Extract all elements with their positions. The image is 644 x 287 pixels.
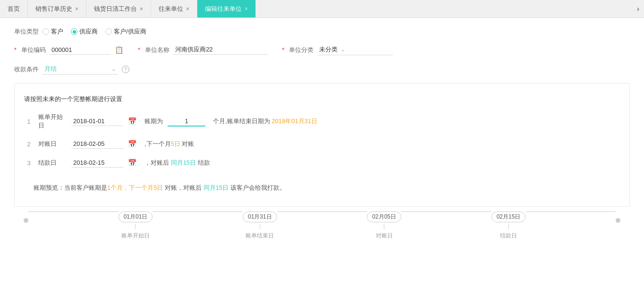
unit-type-row: 单位类型 客户 供应商 客户/供应商	[14, 27, 630, 36]
preview-part4: 同月15日	[203, 184, 229, 191]
period-payment-day: 同月15日	[171, 159, 196, 166]
unit-classify-label: 单位分类	[289, 46, 314, 54]
period-start-date-input[interactable]	[71, 117, 123, 126]
unit-classify-value: 未分类	[319, 45, 338, 54]
preview-part3: 对账，对账后	[163, 184, 203, 191]
timeline-section: 01月01日 账单开始日 01月31日 账单结束日 02月05日 对账日 0	[14, 207, 630, 240]
tab-cash-desk-close[interactable]: ×	[140, 6, 143, 12]
timeline-line-3	[277, 211, 367, 212]
copy-icon[interactable]: 📋	[115, 46, 124, 54]
period-row-1: 1 账单开始日 📅 账期为 个月,账单结束日期为 2018年01月31日	[24, 113, 620, 130]
timeline-label-3: 对账日	[376, 232, 393, 240]
tab-edit-partner-close[interactable]: ×	[245, 6, 248, 12]
timeline-label-4: 结款日	[500, 232, 517, 240]
tab-home[interactable]: 首页	[0, 0, 28, 17]
radio-supplier-circle	[71, 28, 77, 35]
period-row1-prefix: 账期为	[144, 117, 163, 126]
timeline-line-4	[401, 211, 491, 212]
unit-type-radio-group: 客户 供应商 客户/供应商	[42, 27, 146, 36]
tab-partner-unit[interactable]: 往来单位 ×	[151, 0, 197, 17]
unit-type-field: 单位类型 客户 供应商 客户/供应商	[14, 27, 146, 36]
timeline-line-2	[153, 211, 243, 212]
timeline-end-dot	[616, 218, 620, 223]
unit-classify-star: *	[282, 46, 284, 53]
period-instruction: 请按照未来的一个完整帐期进行设置	[24, 95, 620, 103]
timeline-row: 01月01日 账单开始日 01月31日 账单结束日 02月05日 对账日 0	[14, 211, 630, 240]
timeline-label-1: 账单开始日	[121, 232, 150, 240]
unit-name-input[interactable]	[173, 45, 268, 55]
unit-classify-dropdown[interactable]: 未分类 ⌄	[317, 44, 393, 55]
unit-name-star: *	[138, 46, 140, 53]
period-num-value-input[interactable]	[168, 117, 205, 127]
tab-cash-desk-label: 钱货日清工作台	[94, 5, 137, 13]
radio-both-circle	[105, 28, 112, 35]
tabs-bar: 首页 销售订单历史 × 钱货日清工作台 × 往来单位 × 编辑往来单位 × ›	[0, 0, 644, 18]
period-settings-box: 请按照未来的一个完整帐期进行设置 1 账单开始日 📅 账期为 个月,账单结束日期…	[14, 83, 630, 207]
timeline-start	[24, 211, 28, 223]
timeline-date-3: 02月05日	[367, 211, 401, 222]
payment-dropdown[interactable]: 月结 ⌄	[42, 64, 118, 75]
unit-code-field: * 单位编码 📋	[14, 45, 124, 55]
tab-sales-history-close[interactable]: ×	[75, 6, 78, 12]
timeline-connector-1	[135, 224, 136, 229]
timeline-date-2: 01月31日	[243, 211, 277, 222]
preview-text: 账期预览：当前客户账期是1个月，下一个月5日 对账，对账后 同月15日 该客户会…	[24, 177, 620, 199]
period-row-2: 2 对账日 📅 ,下一个月5日 对账	[24, 139, 620, 149]
unit-type-label: 单位类型	[14, 27, 39, 36]
preview-suffix: 该客户会给我打款。	[229, 184, 286, 191]
timeline-start-dot	[24, 218, 28, 223]
period-payment-date-input[interactable]	[71, 158, 123, 168]
unit-name-label: 单位名称	[145, 46, 169, 54]
radio-customer[interactable]: 客户	[42, 27, 63, 36]
help-icon[interactable]: ?	[122, 66, 129, 73]
timeline-date-1: 01月01日	[119, 211, 153, 222]
tab-sales-history[interactable]: 销售订单历史 ×	[28, 0, 86, 17]
tab-partner-unit-label: 往来单位	[159, 5, 183, 13]
timeline-line-5	[525, 211, 616, 212]
timeline-node-4: 02月15日 结款日	[491, 211, 526, 240]
period-label-1: 账单开始日	[38, 113, 67, 130]
unit-name-field: * 单位名称	[138, 45, 268, 55]
radio-both[interactable]: 客户/供应商	[105, 27, 146, 36]
period-num-1: 1	[24, 118, 34, 125]
tab-cash-desk[interactable]: 钱货日清工作台 ×	[86, 0, 151, 17]
timeline-connector-4	[508, 224, 509, 229]
timeline-line-1	[28, 211, 119, 212]
period-num-3: 3	[24, 160, 34, 167]
period-start-calendar-icon[interactable]: 📅	[128, 117, 137, 126]
preview-prefix: 账期预览：当前客户账期是	[34, 184, 107, 191]
period-row2-suffix: ,下一个月5日 对账	[144, 140, 194, 148]
period-label-2: 对账日	[38, 140, 67, 148]
timeline-label-2: 账单结束日	[246, 232, 274, 240]
timeline-connector-3	[384, 224, 384, 229]
tab-edit-partner-label: 编辑往来单位	[205, 5, 242, 13]
payment-field: 收款条件 月结 ⌄ ?	[14, 64, 129, 75]
preview-part1: 1个月，	[107, 184, 129, 191]
period-label-3: 结款日	[38, 159, 67, 167]
tab-edit-partner[interactable]: 编辑往来单位 ×	[197, 0, 256, 17]
payment-dropdown-arrow: ⌄	[111, 66, 116, 72]
period-num-2: 2	[24, 141, 34, 148]
radio-customer-circle	[42, 28, 49, 35]
payment-row: 收款条件 月结 ⌄ ?	[14, 64, 630, 75]
period-reconcile-calendar-icon[interactable]: 📅	[128, 140, 137, 148]
radio-supplier[interactable]: 供应商	[71, 27, 98, 36]
unit-code-input[interactable]	[50, 45, 111, 55]
period-payment-calendar-icon[interactable]: 📅	[128, 159, 137, 167]
unit-classify-field: * 单位分类 未分类 ⌄	[282, 44, 393, 55]
timeline-end	[616, 211, 620, 223]
period-row3-suffix: ，对账后 同月15日 结款	[144, 159, 210, 167]
unit-info-row: * 单位编码 📋 * 单位名称 * 单位分类 未分类 ⌄	[14, 44, 630, 55]
tab-more-button[interactable]: ›	[632, 0, 644, 17]
radio-supplier-label: 供应商	[79, 27, 98, 36]
main-content: 单位类型 客户 供应商 客户/供应商 * 单位编码	[0, 18, 644, 287]
period-reconcile-day: 5日	[171, 140, 180, 147]
timeline-connector-2	[260, 224, 260, 229]
classify-dropdown-arrow: ⌄	[340, 46, 345, 53]
tab-partner-unit-close[interactable]: ×	[186, 6, 189, 12]
timeline-node-3: 02月05日 对账日	[367, 211, 401, 240]
timeline-node-2: 01月31日 账单结束日	[243, 211, 277, 240]
period-reconcile-date-input[interactable]	[71, 139, 123, 149]
tab-home-label: 首页	[8, 5, 20, 13]
period-row-3: 3 结款日 📅 ，对账后 同月15日 结款	[24, 158, 620, 168]
